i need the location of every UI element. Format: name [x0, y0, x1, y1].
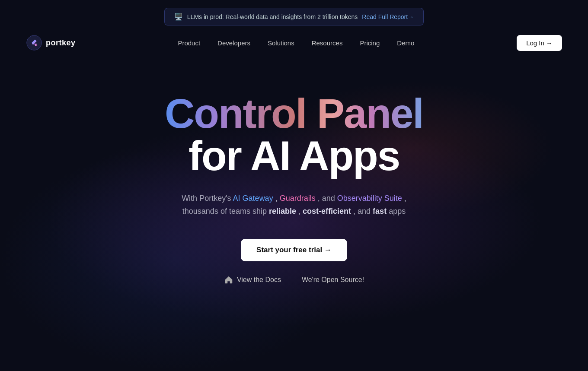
docs-label: View the Docs: [237, 276, 281, 284]
subtitle-bold-cost: cost-efficient: [303, 207, 351, 216]
banner-text: LLMs in prod: Real-world data and insigh…: [187, 13, 358, 20]
hero-subtitle: With Portkey's AI Gateway , Guardrails ,…: [182, 192, 406, 218]
nav-item-product[interactable]: Product: [170, 36, 208, 50]
banner-emoji: 🖥️: [174, 13, 183, 21]
cta-button[interactable]: Start your free trial →: [241, 239, 347, 261]
home-icon: [224, 275, 233, 285]
ai-gateway-link[interactable]: AI Gateway: [233, 194, 273, 203]
subtitle-text-7: apps: [389, 207, 406, 216]
observability-link[interactable]: Observability Suite: [337, 194, 402, 203]
subtitle-text-2: ,: [275, 194, 280, 203]
hero-title-line2: for AI Apps: [189, 134, 399, 178]
portkey-logo-icon: [26, 35, 42, 51]
hero-secondary-links: View the Docs We're Open Source!: [224, 275, 364, 285]
nav-item-developers[interactable]: Developers: [210, 36, 258, 50]
guardrails-link[interactable]: Guardrails: [280, 194, 316, 203]
nav-item-pricing[interactable]: Pricing: [352, 36, 387, 50]
subtitle-text-5: ,: [298, 207, 303, 216]
nav-links: Product Developers Solutions Resources P…: [170, 36, 422, 50]
docs-link[interactable]: View the Docs: [224, 275, 281, 285]
navbar: portkey Product Developers Solutions Res…: [0, 27, 588, 58]
subtitle-text-6: , and: [353, 207, 373, 216]
announcement-banner: 🖥️ LLMs in prod: Real-world data and ins…: [164, 8, 424, 25]
banner-link[interactable]: Read Full Report→: [362, 13, 414, 20]
subtitle-bold-reliable: reliable: [269, 207, 296, 216]
hero-section: Control Panel for AI Apps With Portkey's…: [0, 58, 588, 285]
login-button[interactable]: Log In →: [517, 35, 562, 51]
subtitle-text-1: With Portkey's: [182, 194, 233, 203]
logo[interactable]: portkey: [26, 35, 76, 51]
nav-item-solutions[interactable]: Solutions: [260, 36, 302, 50]
subtitle-text-3: , and: [318, 194, 337, 203]
nav-item-resources[interactable]: Resources: [304, 36, 351, 50]
opensource-link[interactable]: We're Open Source!: [302, 276, 364, 284]
nav-right: Log In →: [517, 35, 562, 51]
hero-title-line1: Control Panel: [165, 93, 423, 134]
nav-item-demo[interactable]: Demo: [389, 36, 422, 50]
logo-text: portkey: [46, 38, 76, 48]
subtitle-bold-fast: fast: [373, 207, 387, 216]
